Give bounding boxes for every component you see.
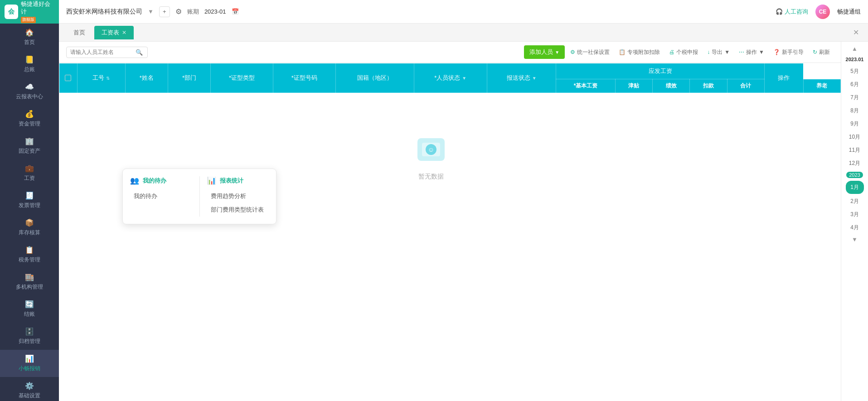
col-operation: 操作 (764, 63, 803, 93)
time-item-jan[interactable]: 1月 (846, 181, 864, 194)
time-item-apr[interactable]: 4月 (841, 221, 868, 234)
period-value: 2023-01 (204, 8, 226, 15)
service-button[interactable]: 🎧 人工咨询 (776, 8, 808, 16)
header-add-button[interactable]: + (159, 6, 170, 17)
time-item-dec[interactable]: 12月 (841, 157, 868, 170)
guide-icon: ❓ (773, 49, 780, 55)
refresh-button[interactable]: ↻ 刷新 (809, 47, 834, 58)
svg-text:☺: ☺ (428, 146, 434, 153)
header-settings-icon[interactable]: ⚙ (175, 7, 182, 16)
empty-text: 暂无数据 (418, 173, 444, 181)
ledger-icon: 📒 (25, 55, 34, 64)
archive-icon: 🗄️ (25, 327, 34, 336)
select-all-header (59, 63, 78, 93)
personal-tax-button[interactable]: 🖨 个税申报 (665, 47, 702, 58)
time-item-sep[interactable]: 9月 (841, 117, 868, 130)
popup-item-dept-cost[interactable]: 部门费用类型统计表 (207, 203, 269, 217)
select-all-checkbox[interactable] (65, 75, 71, 81)
waiting-icon: 👥 (130, 176, 139, 185)
sidebar-item-inventory[interactable]: 📦 库存核算 (0, 214, 59, 241)
tax-deduction-button[interactable]: 📋 专项附加扣除 (615, 47, 664, 58)
time-item-mar[interactable]: 3月 (841, 208, 868, 221)
sidebar-item-salary[interactable]: 💼 工资 (0, 159, 59, 187)
sidebar: 会 畅捷通好会计 旗舰版 🏠 首页 📒 总账 ☁️ 云报表中心 💰 资金管理 🏢… (0, 0, 59, 401)
sidebar-nav: 🏠 首页 📒 总账 ☁️ 云报表中心 💰 资金管理 🏢 固定资产 💼 工资 🧾 … (0, 24, 59, 401)
top-header: 西安虾米网络科技有限公司 ▼ + ⚙ 账期 2023-01 📅 🎧 人工咨询 C… (59, 0, 868, 24)
time-item-oct[interactable]: 10月 (841, 130, 868, 144)
salary-icon: 💼 (25, 164, 34, 173)
avatar: CE (815, 5, 830, 19)
col-job-id: 工号 ⇅ (78, 63, 126, 93)
search-input[interactable] (70, 49, 134, 55)
main-area: 西安虾米网络科技有限公司 ▼ + ⚙ 账期 2023-01 📅 🎧 人工咨询 C… (59, 0, 868, 401)
sidebar-item-cloud-report[interactable]: ☁️ 云报表中心 (0, 78, 59, 105)
cloud-report-icon: ☁️ (25, 82, 34, 91)
refresh-icon: ↻ (813, 49, 817, 55)
time-panel: ▲ 2023.01 5月 6月 7月 8月 9月 10月 11月 12月 202… (841, 42, 868, 401)
filter-submit[interactable]: ▼ (532, 76, 537, 81)
calendar-icon[interactable]: 📅 (232, 8, 239, 15)
close-all-button[interactable]: ✕ (851, 26, 861, 39)
time-item-aug[interactable]: 8月 (841, 104, 868, 117)
logo: 会 畅捷通好会计 旗舰版 (0, 0, 59, 24)
time-item-may[interactable]: 5月 (841, 65, 868, 78)
time-item-jul[interactable]: 7月 (841, 91, 868, 104)
popup-item-cost-trend[interactable]: 费用趋势分析 (207, 189, 269, 203)
time-nav-down[interactable]: ▼ (841, 234, 868, 245)
sidebar-item-checkout[interactable]: 🔄 结账 (0, 295, 59, 323)
sidebar-item-tax[interactable]: 📋 税务管理 (0, 241, 59, 268)
operations-button[interactable]: ⋯ 操作 ▼ (735, 47, 768, 58)
add-person-button[interactable]: 添加人员 ▼ (524, 45, 565, 59)
tab-home[interactable]: 首页 (66, 26, 92, 39)
assets-icon: 🏢 (25, 137, 34, 145)
sidebar-item-ledger[interactable]: 📒 总账 (0, 51, 59, 78)
toolbar: 🔍 添加人员 ▼ ⚙ 统一社保设置 📋 专项附加扣除 (59, 42, 841, 63)
export-dropdown-icon: ▼ (724, 49, 730, 55)
popup-col-2: 📊 报表统计 费用趋势分析 部门费用类型统计表 (207, 176, 269, 217)
checkout-icon: 🔄 (25, 300, 34, 309)
col-performance: 绩效 (653, 79, 690, 93)
company-dropdown[interactable]: ▼ (148, 8, 154, 15)
sidebar-item-home[interactable]: 🏠 首页 (0, 24, 59, 51)
new-guide-button[interactable]: ❓ 新手引导 (770, 47, 807, 58)
col-deduction: 扣款 (690, 79, 727, 93)
popup-menu: 👥 我的待办 我的待办 📊 报表统计 费用趋势分析 部门费用类型统计表 (122, 169, 276, 224)
col-gross-salary: 应发工资 (556, 63, 765, 79)
sidebar-item-invoice[interactable]: 🧾 发票管理 (0, 187, 59, 214)
basic-settings-icon: ⚙️ (25, 382, 34, 390)
headset-icon: 🎧 (776, 8, 783, 15)
xiaochang-icon: 📊 (25, 354, 34, 363)
search-icon[interactable]: 🔍 (136, 49, 143, 56)
col-cert-type: *证型类型 (211, 63, 273, 93)
sidebar-item-xiaochang[interactable]: 📊 小畅报销 (0, 350, 59, 377)
sidebar-item-fund[interactable]: 💰 资金管理 (0, 105, 59, 132)
company-name: 西安虾米网络科技有限公司 (66, 8, 142, 16)
social-insurance-button[interactable]: ⚙ 统一社保设置 (567, 47, 613, 58)
filter-person[interactable]: ▼ (462, 76, 466, 81)
time-item-feb[interactable]: 2月 (841, 195, 868, 208)
col-total: 合计 (727, 79, 764, 93)
time-item-jun[interactable]: 6月 (841, 78, 868, 91)
tax-icon: 🖨 (669, 49, 674, 55)
sidebar-item-archive[interactable]: 🗄️ 归档管理 (0, 323, 59, 350)
fund-icon: 💰 (25, 110, 34, 118)
multi-org-icon: 🏬 (25, 273, 34, 281)
popup-item-my-todo[interactable]: 我的待办 (130, 189, 192, 203)
sidebar-item-basic-settings[interactable]: ⚙️ 基础设置 (0, 377, 59, 401)
time-item-nov[interactable]: 11月 (841, 144, 868, 157)
export-button[interactable]: ↓ 导出 ▼ (703, 47, 733, 58)
tab-salary-sheet[interactable]: 工资表 ✕ (94, 26, 134, 39)
content-wrapper: 🔍 添加人员 ▼ ⚙ 统一社保设置 📋 专项附加扣除 (59, 42, 868, 401)
time-nav-up[interactable]: ▲ (841, 43, 868, 54)
add-dropdown-arrow: ▼ (555, 50, 559, 55)
header-right: 🎧 人工咨询 CE 畅捷通组 (776, 5, 861, 19)
export-icon: ↓ (707, 49, 710, 55)
col-pension: 养老 (803, 79, 840, 93)
sort-job-id[interactable]: ⇅ (106, 76, 110, 81)
username: 畅捷通组 (837, 8, 861, 16)
sidebar-item-multi-org[interactable]: 🏬 多机构管理 (0, 268, 59, 295)
tab-close-icon[interactable]: ✕ (122, 29, 126, 36)
col-nationality: 国籍（地区） (335, 63, 414, 93)
sidebar-item-assets[interactable]: 🏢 固定资产 (0, 132, 59, 159)
tab-bar: 首页 工资表 ✕ ✕ (59, 24, 868, 42)
